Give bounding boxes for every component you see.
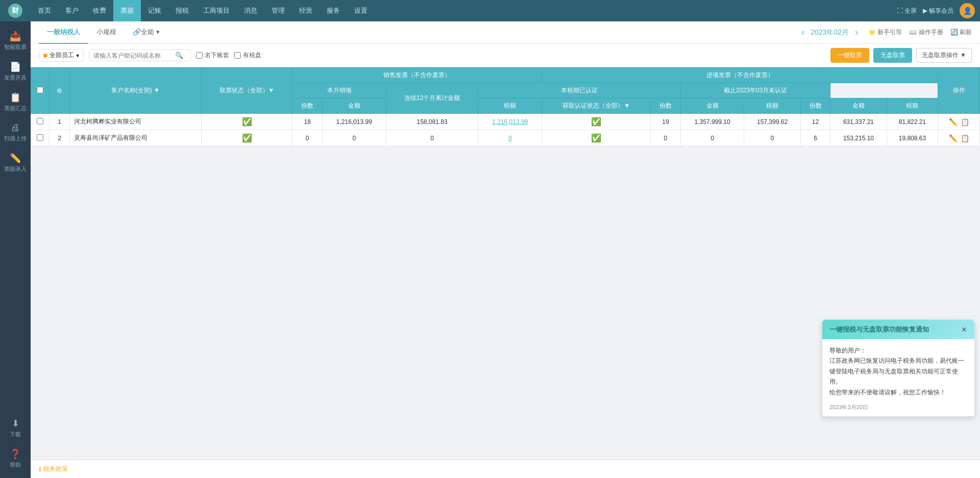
- guide-btn[interactable]: ⭐ 新手引导: [868, 28, 902, 37]
- sidebar-item-scan[interactable]: 🖨 扫描上传: [0, 118, 31, 146]
- tab-small-scale[interactable]: 小规模: [88, 21, 125, 44]
- chevron-down-icon: ▾: [156, 28, 160, 36]
- sales-amount-header: 金额: [323, 98, 386, 114]
- nav-account[interactable]: 记账: [141, 0, 168, 21]
- row1-cert-tax: 157,399.62: [744, 114, 800, 130]
- nav-invoice[interactable]: 票据: [113, 0, 141, 21]
- row2-uncert-tax: 19,808.63: [887, 130, 938, 146]
- uncert-tax-header: 税额: [887, 98, 938, 114]
- sidebar-item-smart-ticket[interactable]: 📥 智能取票: [0, 27, 31, 55]
- row2-cumulative-link[interactable]: 0: [508, 135, 512, 142]
- sales-count-header: 份数: [292, 98, 323, 114]
- notification-body: 尊敬的用户： 江苏政务网已恢复访问电子税务局功能，易代账一键登陆电子税务局与无盘…: [822, 339, 974, 404]
- fullscreen-btn[interactable]: ⛶ 全屏: [897, 7, 917, 15]
- row2-checkbox-input[interactable]: [37, 134, 43, 141]
- purchase-invoice-header: 进项发票（不含作废票）: [542, 68, 938, 83]
- prev-month-btn[interactable]: ‹: [801, 27, 804, 38]
- employee-select[interactable]: 全部员工 ▾: [39, 49, 84, 62]
- sidebar-item-entry[interactable]: ✏️ 票据录入: [0, 148, 31, 177]
- row1-cumulative-link[interactable]: 1,216,013.99: [492, 118, 528, 125]
- tab-general-taxpayer[interactable]: 一般纳税人: [39, 21, 88, 44]
- sidebar-item-download[interactable]: ⬇ 下载: [0, 414, 31, 442]
- tab-right-actions: ⭐ 新手引导 📖 操作手册 🔄 刷新: [868, 28, 972, 37]
- edit-icon[interactable]: ✏️: [949, 118, 958, 126]
- tab-all-capable[interactable]: 🔗 全能 ▾: [125, 21, 168, 44]
- next-month-btn[interactable]: ›: [855, 27, 858, 38]
- tax-policy-link[interactable]: ℹ 税务政策: [39, 465, 68, 473]
- cert-count-header: 份数: [651, 98, 681, 114]
- search-input[interactable]: [93, 52, 175, 59]
- member-btn[interactable]: ▶ 畅享会员: [923, 7, 953, 15]
- table-row: 1 河北柯腾桦实业有限公司 ✅ 18 1,216,013.99 158,081.…: [31, 114, 980, 130]
- cert-status-header: 获取认证状态（全部）▼: [542, 98, 651, 114]
- row2-checkbox[interactable]: [31, 130, 50, 146]
- member-label: 畅享会员: [929, 7, 953, 15]
- nav-home[interactable]: 首页: [31, 0, 58, 21]
- sales-tax-header: 税额: [478, 98, 542, 114]
- view-icon[interactable]: 📋: [961, 118, 969, 126]
- nav-message[interactable]: 消息: [237, 0, 264, 21]
- action-icons-row2: ✏️ 📋: [942, 134, 975, 142]
- sidebar-item-invoice-issue[interactable]: 📄 发票开具: [0, 57, 31, 86]
- checkbox-account-input[interactable]: [196, 52, 203, 59]
- toolbar-right-buttons: 一键取票 无盘取票 无盘取票操作 ▼: [830, 48, 972, 63]
- uncert-amount-header: 金额: [830, 98, 887, 114]
- nav-service[interactable]: 服务: [320, 0, 347, 21]
- checkbox-taxpad[interactable]: 有税盘: [234, 51, 261, 60]
- nav-client[interactable]: 客户: [58, 0, 86, 21]
- nav-manage[interactable]: 管理: [264, 0, 292, 21]
- nav-fee[interactable]: 收费: [86, 0, 113, 21]
- left-sidebar: 📥 智能取票 📄 发票开具 📋 票据汇总 🖨 扫描上传 ✏️ 票据录入 ⬇ 下载…: [0, 21, 31, 478]
- refresh-btn[interactable]: 🔄 刷新: [950, 28, 972, 37]
- nav-business[interactable]: 工商项目: [196, 0, 237, 21]
- nav-tax[interactable]: 报税: [168, 0, 196, 21]
- row2-sales-tax: 0: [386, 130, 478, 146]
- one-click-ticket-btn[interactable]: 一键取票: [830, 48, 869, 63]
- sidebar-item-label: 下载: [10, 431, 21, 438]
- help-icon: ❓: [10, 448, 21, 460]
- manual-btn[interactable]: 📖 操作手册: [909, 28, 943, 37]
- notification-title: 一键报税与无盘取票功能恢复通知: [829, 325, 929, 334]
- uncertified-header: 截止2023年03月未认证: [680, 83, 830, 98]
- checkbox-taxpad-input[interactable]: [234, 52, 241, 59]
- info-icon: ℹ: [39, 466, 41, 473]
- refresh-label: 刷新: [960, 29, 972, 36]
- row2-ticket-status: ✅: [201, 130, 292, 146]
- row1-name: 河北柯腾桦实业有限公司: [70, 114, 202, 130]
- row1-checkbox[interactable]: [31, 114, 50, 130]
- no-pad-ticket-dropdown-btn[interactable]: 无盘取票操作 ▼: [916, 48, 972, 63]
- toolbar: 全部员工 ▾ 🔍 名下账套 有税盘 一键取票 无盘取票 无盘取票操作 ▼: [31, 44, 980, 67]
- select-all-checkbox[interactable]: [37, 87, 43, 93]
- sidebar-item-label: 票据录入: [4, 165, 27, 173]
- sidebar-item-label: 票据汇总: [4, 105, 27, 112]
- no-pad-ticket-btn[interactable]: 无盘取票: [873, 48, 912, 63]
- sidebar-item-label: 扫描上传: [4, 135, 27, 142]
- notification-close-btn[interactable]: ✕: [961, 325, 967, 334]
- checkbox-account[interactable]: 名下账套: [196, 51, 229, 60]
- row2-num: 2: [50, 130, 70, 146]
- dot-icon: [43, 54, 47, 58]
- row1-cert-count: 19: [651, 114, 681, 130]
- search-icon[interactable]: 🔍: [175, 52, 183, 59]
- view-icon[interactable]: 📋: [961, 134, 969, 142]
- row1-cert-amount: 1,357,999.10: [680, 114, 744, 130]
- edit-icon[interactable]: ✏️: [949, 134, 958, 142]
- nav-operation[interactable]: 经营: [292, 0, 320, 21]
- search-box: 🔍: [89, 49, 191, 61]
- row1-checkbox-input[interactable]: [37, 118, 43, 124]
- sidebar-item-help[interactable]: ❓ 帮助: [0, 444, 31, 473]
- tax-policy-label: 税务政策: [43, 465, 68, 473]
- current-month: 2023年02月: [811, 28, 849, 37]
- chevron-down-icon: ▾: [76, 52, 79, 59]
- user-avatar[interactable]: 👤: [960, 3, 975, 18]
- sidebar-item-summary[interactable]: 📋 票据汇总: [0, 88, 31, 116]
- table-header-top: ⚙ 客户名称(全部) ▼ 取票状态（全部）▼ 销售发票（不含作废票） 进项发票（…: [31, 68, 980, 83]
- month-navigator: ‹ 2023年02月 ›: [801, 27, 858, 38]
- play-icon: ▶: [923, 7, 927, 14]
- book-icon: 📖: [909, 29, 917, 36]
- row2-uncert-amount: 153,215.10: [830, 130, 887, 146]
- invoice-table: ⚙ 客户名称(全部) ▼ 取票状态（全部）▼ 销售发票（不含作废票） 进项发票（…: [31, 67, 980, 146]
- row2-cumulative: 0: [478, 130, 542, 146]
- nav-settings[interactable]: 设置: [347, 0, 375, 21]
- cert-tax-header: 税额: [744, 98, 800, 114]
